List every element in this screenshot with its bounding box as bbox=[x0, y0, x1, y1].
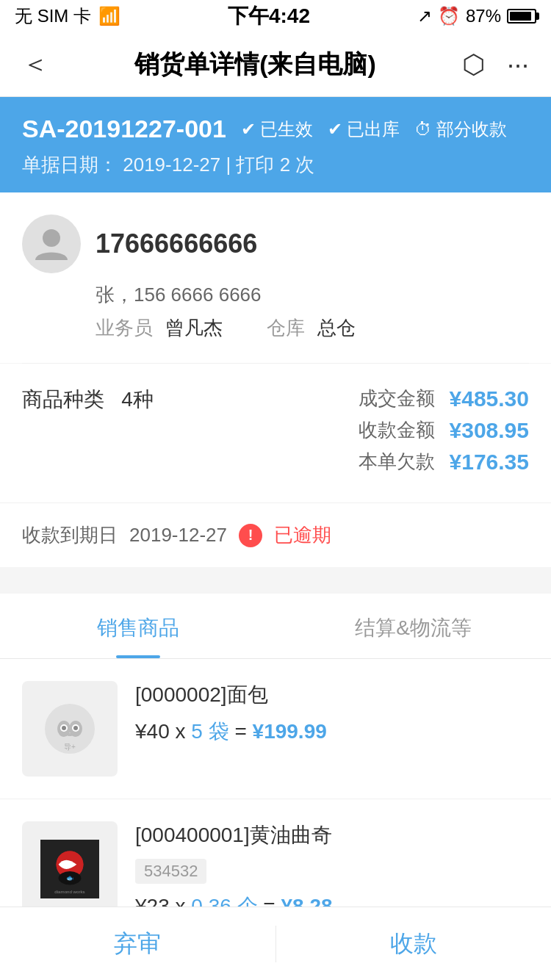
product-info-2: [000400001]黄油曲奇 534532 ¥23 x 0.36 个 = ¥8… bbox=[135, 821, 529, 920]
received-amount-label: 收款金额 bbox=[359, 417, 435, 443]
tabs-section: 销售商品 结算&物流等 bbox=[0, 594, 551, 659]
due-date-value: 2019-12-27 bbox=[129, 524, 227, 547]
customer-meta: 业务员 曾凡杰 仓库 总仓 bbox=[22, 315, 529, 341]
tab-settlement[interactable]: 结算&物流等 bbox=[276, 594, 551, 658]
print-count: 2 bbox=[280, 154, 290, 176]
product-item: 导+ [0000002]面包 ¥40 x 5 袋 = ¥199.99 bbox=[0, 659, 551, 799]
product-info-1: [0000002]面包 ¥40 x 5 袋 = ¥199.99 bbox=[135, 681, 529, 746]
check-icon-active: ✔ bbox=[241, 119, 256, 140]
status-shipped: ✔ 已出库 bbox=[328, 118, 400, 141]
status-active: ✔ 已生效 bbox=[241, 118, 313, 141]
clock-icon: ⏱ bbox=[414, 119, 432, 140]
battery-icon bbox=[507, 9, 536, 24]
svg-text:diamond works: diamond works bbox=[54, 889, 84, 894]
bottom-bar: 弃审 收款 bbox=[0, 907, 551, 980]
nav-bar: ＜ 销货单详情(来自电脑) ⬡ ··· bbox=[0, 32, 551, 97]
cancel-review-button[interactable]: 弃审 bbox=[0, 907, 276, 980]
page-title: 销货单详情(来自电脑) bbox=[134, 48, 376, 82]
customer-avatar bbox=[22, 215, 81, 273]
product-thumbnail-1: 导+ bbox=[22, 681, 118, 777]
products-list: 导+ [0000002]面包 ¥40 x 5 袋 = ¥199.99 bbox=[0, 659, 551, 943]
gps-icon: ↗ bbox=[417, 6, 432, 26]
product-sku-2: 534532 bbox=[135, 859, 206, 884]
price-eq-1: = bbox=[234, 720, 252, 743]
customer-section: 17666666666 张，156 6666 6666 业务员 曾凡杰 仓库 总… bbox=[0, 192, 551, 363]
sales-name: 曾凡杰 bbox=[165, 317, 223, 339]
status-bar: 无 SIM 卡 📶 下午4:42 ↗ ⏰ 87% bbox=[0, 0, 551, 32]
svg-point-8 bbox=[67, 733, 73, 736]
collect-payment-button[interactable]: 收款 bbox=[276, 907, 552, 980]
print-suffix: 次 bbox=[295, 154, 314, 176]
summary-section: 商品种类 4种 成交金额 ¥485.30 收款金额 ¥308.95 本单欠款 ¥… bbox=[0, 364, 551, 502]
received-amount-value: ¥308.95 bbox=[450, 418, 529, 443]
nav-actions: ⬡ ··· bbox=[462, 49, 529, 80]
debt-amount-row: 本单欠款 ¥176.35 bbox=[359, 449, 529, 475]
customer-phone: 张，156 6666 6666 bbox=[22, 282, 529, 308]
battery-text: 87% bbox=[466, 6, 501, 26]
svg-point-0 bbox=[43, 229, 60, 247]
product-kind: 商品种类 4种 bbox=[22, 386, 154, 414]
product-qty-1: 5 bbox=[191, 720, 203, 743]
product-price-1: ¥40 x 5 袋 = ¥199.99 bbox=[135, 718, 529, 746]
deal-amount-label: 成交金额 bbox=[359, 386, 435, 411]
product-total-1: ¥199.99 bbox=[253, 720, 327, 743]
overdue-text: 已逾期 bbox=[274, 522, 331, 548]
banner-row1: SA-20191227-001 ✔ 已生效 ✔ 已出库 ⏱ 部分收款 bbox=[22, 115, 529, 143]
product-unit-1: 袋 bbox=[209, 720, 229, 743]
svg-point-7 bbox=[73, 726, 78, 730]
svg-text:导+: 导+ bbox=[64, 743, 76, 751]
debt-amount-label: 本单欠款 bbox=[359, 449, 435, 475]
product-kind-count: 4种 bbox=[121, 388, 154, 411]
status-bar-time: 下午4:42 bbox=[228, 2, 310, 30]
section-divider bbox=[0, 567, 551, 580]
tab-products[interactable]: 销售商品 bbox=[0, 594, 276, 658]
date-label: 单据日期： bbox=[22, 154, 118, 176]
warehouse-name: 总仓 bbox=[317, 317, 356, 339]
sales-label: 业务员 bbox=[96, 317, 153, 339]
alarm-icon: ⏰ bbox=[438, 6, 460, 26]
more-icon[interactable]: ··· bbox=[507, 49, 529, 80]
product-kind-label: 商品种类 bbox=[22, 388, 104, 411]
sales-info: 业务员 曾凡杰 bbox=[96, 315, 223, 341]
back-button[interactable]: ＜ bbox=[22, 46, 48, 82]
carrier-text: 无 SIM 卡 bbox=[15, 4, 91, 28]
share-icon[interactable]: ⬡ bbox=[462, 49, 485, 80]
order-id: SA-20191227-001 bbox=[22, 115, 226, 143]
amount-summary: 成交金额 ¥485.30 收款金额 ¥308.95 本单欠款 ¥176.35 bbox=[359, 386, 529, 480]
print-separator: | bbox=[226, 154, 236, 176]
due-date-label: 收款到期日 bbox=[22, 522, 118, 548]
wifi-icon: 📶 bbox=[98, 6, 120, 26]
status-partial: ⏱ 部分收款 bbox=[414, 118, 507, 141]
check-icon-shipped: ✔ bbox=[328, 119, 342, 140]
print-label: 打印 bbox=[236, 154, 274, 176]
banner-date-row: 单据日期： 2019-12-27 | 打印 2 次 bbox=[22, 152, 529, 178]
due-date-section: 收款到期日 2019-12-27 ! 已逾期 bbox=[0, 502, 551, 567]
deal-amount-value: ¥485.30 bbox=[450, 386, 529, 411]
customer-row: 17666666666 bbox=[22, 215, 529, 273]
received-amount-row: 收款金额 ¥308.95 bbox=[359, 417, 529, 443]
product-name-1: [0000002]面包 bbox=[135, 681, 529, 709]
deal-amount-row: 成交金额 ¥485.30 bbox=[359, 386, 529, 411]
overdue-icon: ! bbox=[239, 524, 262, 547]
warehouse-label: 仓库 bbox=[267, 317, 305, 339]
svg-text:🐟: 🐟 bbox=[66, 874, 74, 882]
warehouse-info: 仓库 总仓 bbox=[267, 315, 356, 341]
svg-point-6 bbox=[62, 726, 66, 730]
price-base-1: ¥40 bbox=[135, 720, 170, 743]
order-date: 2019-12-27 bbox=[123, 154, 220, 176]
customer-name: 17666666666 bbox=[96, 228, 257, 259]
status-bar-right: ↗ ⏰ 87% bbox=[417, 6, 536, 26]
status-bar-left: 无 SIM 卡 📶 bbox=[15, 4, 120, 28]
order-header-banner: SA-20191227-001 ✔ 已生效 ✔ 已出库 ⏱ 部分收款 单据日期：… bbox=[0, 97, 551, 192]
product-thumbnail-2: 🐟 diamond works bbox=[22, 821, 118, 917]
price-x-1: x bbox=[176, 720, 192, 743]
debt-amount-value: ¥176.35 bbox=[450, 450, 529, 475]
product-name-2: [000400001]黄油曲奇 bbox=[135, 821, 529, 849]
